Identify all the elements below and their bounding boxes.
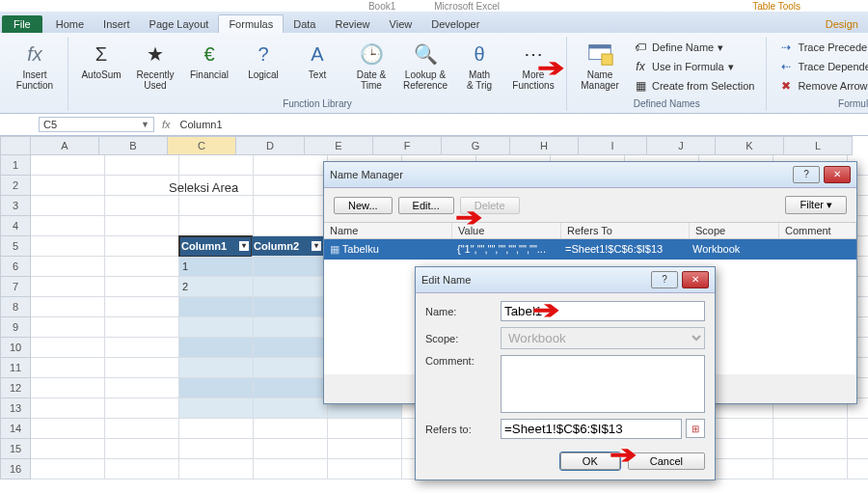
col-header[interactable]: K — [716, 136, 784, 155]
row-header[interactable]: 11 — [0, 358, 31, 378]
row-header[interactable]: 14 — [0, 419, 31, 439]
cell[interactable] — [254, 398, 328, 419]
delete-name-button[interactable]: Delete — [460, 197, 520, 214]
row-header[interactable]: 16 — [0, 459, 31, 479]
col-header[interactable]: I — [579, 136, 647, 155]
row-header[interactable]: 10 — [0, 338, 31, 358]
name-manager-button[interactable]: Name Manager — [573, 37, 627, 96]
cell[interactable] — [254, 196, 328, 216]
cell[interactable] — [254, 338, 328, 358]
cell[interactable] — [31, 257, 105, 277]
cell[interactable] — [254, 378, 328, 398]
trace-precedents-button[interactable]: ⇢Trace Precedents — [776, 39, 868, 56]
cell[interactable]: 1 — [179, 257, 254, 277]
math-trig-button[interactable]: θMath & Trig — [452, 37, 506, 93]
cell[interactable] — [105, 297, 179, 317]
cell[interactable] — [179, 378, 254, 398]
filter-button[interactable]: Filter ▾ — [785, 196, 847, 214]
col-header[interactable]: B — [99, 136, 168, 155]
name-box[interactable]: C5▼ — [39, 117, 154, 132]
cell[interactable] — [773, 439, 848, 459]
cell[interactable] — [254, 155, 328, 176]
remove-arrows-button[interactable]: ✖Remove Arrows ▾ — [776, 77, 868, 95]
cell[interactable] — [105, 358, 179, 378]
cell[interactable] — [31, 398, 105, 419]
cell[interactable] — [179, 216, 254, 236]
cell[interactable] — [179, 358, 254, 378]
row-header[interactable]: 2 — [0, 176, 31, 196]
tab-file[interactable]: File — [2, 15, 42, 33]
cell[interactable] — [254, 216, 328, 236]
cell[interactable] — [105, 398, 179, 419]
cell[interactable] — [848, 439, 868, 459]
cell[interactable] — [254, 297, 328, 317]
col-header[interactable]: D — [236, 136, 305, 155]
cell[interactable] — [254, 317, 328, 338]
close-button[interactable]: ✕ — [682, 271, 709, 288]
cell[interactable] — [105, 378, 179, 398]
row-header[interactable]: 6 — [0, 257, 31, 277]
row-header[interactable]: 12 — [0, 378, 31, 398]
cell[interactable] — [179, 338, 254, 358]
cell[interactable] — [773, 459, 848, 479]
col-header[interactable]: G — [442, 136, 510, 155]
cell[interactable] — [179, 439, 254, 459]
financial-button[interactable]: €Financial — [182, 37, 236, 93]
edit-name-button[interactable]: Edit... — [398, 197, 454, 214]
tab-home[interactable]: Home — [46, 15, 94, 33]
row-header[interactable]: 9 — [0, 317, 31, 338]
tab-review[interactable]: Review — [325, 15, 379, 33]
name-input[interactable] — [501, 301, 705, 321]
dropdown-icon[interactable]: ▼ — [141, 120, 149, 129]
row-header[interactable]: 8 — [0, 297, 31, 317]
cell[interactable] — [31, 277, 105, 297]
tab-insert[interactable]: Insert — [94, 15, 140, 33]
help-button[interactable]: ? — [651, 271, 678, 288]
row-header[interactable]: 15 — [0, 439, 31, 459]
cell[interactable] — [31, 459, 105, 479]
fx-label-icon[interactable]: fx — [156, 119, 176, 130]
row-header[interactable]: 1 — [0, 155, 31, 176]
cell[interactable] — [179, 297, 254, 317]
cell[interactable] — [254, 277, 328, 297]
cell[interactable] — [31, 216, 105, 236]
col-refers[interactable]: Refers To — [561, 223, 690, 238]
cell[interactable] — [105, 196, 179, 216]
col-header[interactable]: J — [647, 136, 716, 155]
autosum-button[interactable]: ΣAutoSum — [74, 37, 128, 93]
cell[interactable] — [848, 419, 868, 439]
cell[interactable] — [31, 297, 105, 317]
cell[interactable] — [31, 439, 105, 459]
col-comment[interactable]: Comment — [779, 223, 856, 238]
col-header[interactable]: F — [373, 136, 442, 155]
ok-button[interactable]: OK — [560, 452, 620, 470]
cell[interactable] — [254, 358, 328, 378]
cell[interactable] — [179, 419, 254, 439]
lookup-button[interactable]: 🔍Lookup & Reference — [398, 37, 452, 93]
create-from-selection-button[interactable]: ▦Create from Selection — [631, 77, 756, 95]
formula-input[interactable]: Column1 — [176, 118, 868, 131]
trace-dependents-button[interactable]: ⇠Trace Dependents — [776, 58, 868, 75]
cell[interactable] — [31, 338, 105, 358]
col-header[interactable]: H — [510, 136, 579, 155]
cell[interactable] — [105, 439, 179, 459]
cell[interactable] — [254, 419, 328, 439]
tab-page-layout[interactable]: Page Layout — [140, 15, 219, 33]
cell[interactable] — [105, 236, 179, 257]
cancel-button[interactable]: Cancel — [628, 452, 705, 470]
cell[interactable] — [179, 196, 254, 216]
insert-function-button[interactable]: fx Insert Function — [8, 37, 62, 93]
cell[interactable] — [105, 155, 179, 176]
help-button[interactable]: ? — [793, 166, 820, 183]
cell[interactable] — [31, 378, 105, 398]
cell[interactable] — [105, 277, 179, 297]
cell[interactable] — [328, 459, 402, 479]
col-scope[interactable]: Scope — [690, 223, 779, 238]
col-header[interactable]: C — [168, 136, 236, 155]
date-time-button[interactable]: 🕒Date & Time — [344, 37, 398, 93]
cell[interactable] — [105, 317, 179, 338]
cell[interactable] — [105, 459, 179, 479]
cell[interactable] — [328, 439, 402, 459]
row-header[interactable]: 13 — [0, 398, 31, 419]
cell[interactable] — [179, 459, 254, 479]
